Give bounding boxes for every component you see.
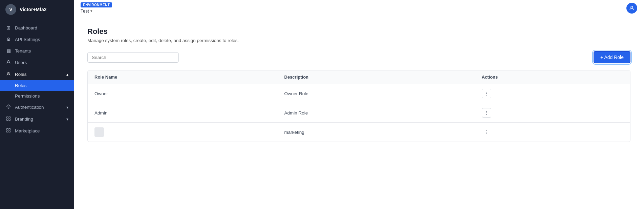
topbar: ENVIRONMENT Test ▾ bbox=[74, 0, 644, 16]
sidebar-item-roles[interactable]: Roles ▴ bbox=[0, 68, 74, 80]
marketplace-icon bbox=[5, 128, 12, 134]
svg-point-2 bbox=[8, 106, 9, 107]
toolbar: + Add Role bbox=[87, 51, 630, 63]
users-icon bbox=[5, 60, 12, 65]
org-name: Victor+Mfa2 bbox=[20, 7, 47, 12]
branding-chevron-icon: ▾ bbox=[66, 117, 68, 122]
content-area: Roles Manage system roles, create, edit,… bbox=[74, 16, 644, 209]
add-role-button[interactable]: + Add Role bbox=[594, 51, 630, 63]
role-description-cell: Owner Role bbox=[278, 84, 475, 103]
sidebar-item-api-settings[interactable]: ⚙ API Settings bbox=[0, 34, 74, 45]
svg-rect-6 bbox=[9, 119, 10, 120]
sidebar-item-label: Roles bbox=[15, 72, 27, 77]
role-name-cell bbox=[88, 123, 278, 142]
sidebar-item-permissions-sub[interactable]: Permissions bbox=[0, 91, 74, 101]
col-role-name: Role Name bbox=[88, 70, 278, 84]
sidebar-item-label: Authentication bbox=[15, 105, 44, 110]
svg-rect-7 bbox=[7, 129, 8, 130]
search-input[interactable] bbox=[87, 52, 179, 63]
table-body: Owner Owner Role ⋮ Admin Admin Role ⋮ bbox=[88, 84, 630, 142]
sidebar-item-tenants[interactable]: ▦ Tenants bbox=[0, 45, 74, 57]
user-profile-icon[interactable] bbox=[626, 3, 637, 14]
sidebar-item-label: Dashboard bbox=[15, 25, 37, 30]
table-row: marketing ⋮ bbox=[88, 123, 630, 142]
svg-rect-9 bbox=[7, 131, 8, 132]
branding-icon bbox=[5, 116, 12, 122]
svg-rect-8 bbox=[9, 129, 10, 130]
dashboard-icon: ⊞ bbox=[5, 25, 12, 30]
sidebar-header[interactable]: V Victor+Mfa2 bbox=[0, 0, 74, 19]
role-name-cell: Admin bbox=[88, 103, 278, 123]
col-description: Description bbox=[278, 70, 475, 84]
sidebar-item-dashboard[interactable]: ⊞ Dashboard bbox=[0, 22, 74, 34]
actions-cell: ⋮ bbox=[475, 123, 630, 142]
table-row: Admin Admin Role ⋮ bbox=[88, 103, 630, 123]
actions-cell: ⋮ bbox=[475, 84, 630, 103]
role-description-cell: Admin Role bbox=[278, 103, 475, 123]
col-actions: Actions bbox=[475, 70, 630, 84]
svg-rect-5 bbox=[7, 119, 8, 120]
avatar: V bbox=[5, 4, 16, 15]
sidebar-item-authentication[interactable]: Authentication ▾ bbox=[0, 101, 74, 113]
sidebar-item-roles-sub[interactable]: Roles bbox=[0, 80, 74, 91]
row-actions-button[interactable]: ⋮ bbox=[482, 89, 491, 98]
sidebar-item-label: Branding bbox=[15, 117, 33, 122]
role-name-cell: Owner bbox=[88, 84, 278, 103]
topbar-right bbox=[626, 3, 637, 14]
roles-chevron-icon: ▴ bbox=[66, 72, 68, 77]
svg-point-1 bbox=[8, 72, 9, 74]
env-chevron-icon: ▾ bbox=[90, 9, 92, 13]
sidebar-item-label: Tenants bbox=[15, 48, 31, 54]
table-row: Owner Owner Role ⋮ bbox=[88, 84, 630, 103]
svg-rect-4 bbox=[9, 117, 10, 118]
actions-cell: ⋮ bbox=[475, 103, 630, 123]
table-header: Role Name Description Actions bbox=[88, 70, 630, 84]
sidebar-sub-label: Roles bbox=[15, 83, 27, 88]
row-actions-button[interactable]: ⋮ bbox=[482, 127, 491, 137]
role-description-cell: marketing bbox=[278, 123, 475, 142]
env-name: Test bbox=[81, 8, 89, 14]
svg-rect-3 bbox=[7, 117, 8, 118]
environment-badge: ENVIRONMENT bbox=[81, 2, 112, 7]
svg-point-11 bbox=[631, 6, 633, 8]
authentication-icon bbox=[5, 104, 12, 110]
svg-point-0 bbox=[8, 60, 9, 62]
roles-table: Role Name Description Actions Owner Owne… bbox=[88, 70, 630, 142]
authentication-chevron-icon: ▾ bbox=[66, 105, 68, 110]
page-description: Manage system roles, create, edit, delet… bbox=[87, 38, 630, 43]
add-role-label: + Add Role bbox=[600, 55, 624, 60]
role-icon-placeholder bbox=[94, 127, 104, 137]
sidebar-item-marketplace[interactable]: Marketplace bbox=[0, 125, 74, 137]
roles-table-container: Role Name Description Actions Owner Owne… bbox=[87, 70, 630, 142]
roles-icon bbox=[5, 71, 12, 77]
main-area: ENVIRONMENT Test ▾ Roles Manage system r… bbox=[74, 0, 644, 209]
env-section: ENVIRONMENT Test ▾ bbox=[81, 2, 112, 14]
api-settings-icon: ⚙ bbox=[5, 37, 12, 42]
env-selector[interactable]: Test ▾ bbox=[81, 8, 112, 14]
tenants-icon: ▦ bbox=[5, 48, 12, 54]
sidebar-item-label: API Settings bbox=[15, 37, 40, 42]
sidebar-item-branding[interactable]: Branding ▾ bbox=[0, 113, 74, 125]
topbar-left: ENVIRONMENT Test ▾ bbox=[81, 2, 112, 14]
sidebar-item-label: Users bbox=[15, 60, 27, 65]
sidebar: V Victor+Mfa2 ⊞ Dashboard ⚙ API Settings… bbox=[0, 0, 74, 209]
sidebar-sub-label: Permissions bbox=[15, 93, 40, 99]
svg-rect-10 bbox=[9, 131, 10, 132]
sidebar-item-label: Marketplace bbox=[15, 128, 40, 133]
page-title: Roles bbox=[87, 27, 630, 36]
sidebar-item-users[interactable]: Users bbox=[0, 57, 74, 68]
sidebar-nav: ⊞ Dashboard ⚙ API Settings ▦ Tenants Use… bbox=[0, 19, 74, 209]
row-actions-button[interactable]: ⋮ bbox=[482, 108, 491, 118]
